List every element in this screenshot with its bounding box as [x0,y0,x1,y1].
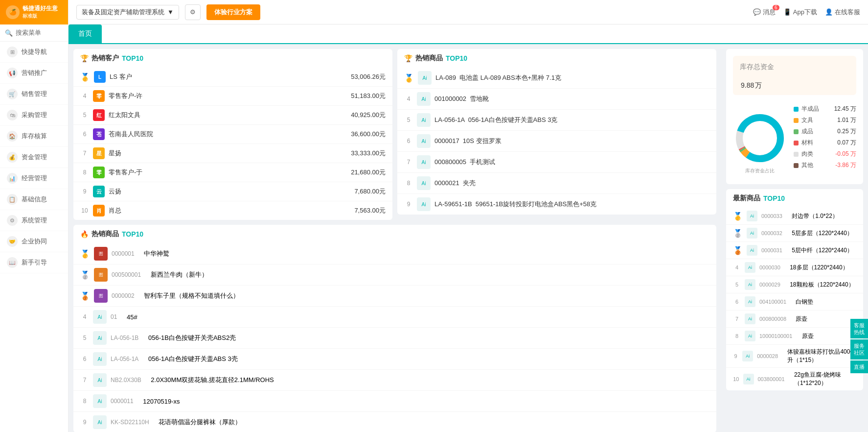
message-btn[interactable]: 💬 消息 6 [753,8,776,17]
sidebar-item-purchase[interactable]: 🛍 采购管理 [0,105,68,126]
customer-amount: 7,563.00元 [354,206,386,215]
sidebar-label: 采购管理 [22,111,47,120]
product-thumb: Ai [745,331,755,341]
product-name: 056-1A白色按键开关盖ABS 3壳 [148,355,238,363]
product-info: 001000002 雪地靴 [434,95,709,103]
inventory-icon: 🏠 [7,131,18,142]
product-info: LA-089 电池盖 LA-089 ABS本色+黑种 7.1克 [435,73,709,82]
sidebar-label: 新手引导 [22,258,47,267]
table-row: 4 零 零售客户-许 51,183.00元 [73,87,392,106]
legend-list: 半成品 12.45 万 文具 1.01 万 成品 0.25 万 [794,105,856,172]
rank-num: 6 [80,356,89,362]
customer-amount: 21,680.00元 [351,168,386,177]
legend-value: 0.25 万 [837,127,856,136]
hot-products-header: 🔥 热销商品 TOP10 [73,225,716,243]
product-name: 056-1A白色按键开关盖ABS 3克 [468,116,558,123]
product-thumb: Ai [93,394,107,408]
direct-service-btn[interactable]: 直播 [850,360,868,373]
list-item: 10 Ai 003800001 22g鱼豆腐-烧烤味（1*12*20） [726,368,863,390]
header-right: 💬 消息 6 📱 App下载 👤 在线客服 [753,8,860,17]
rank-num: 4 [733,264,741,270]
product-code: 0000001 [112,250,135,257]
list-item: 8 Ai 0000021 夹壳 [397,173,716,194]
table-row: 8 零 零售客户-于 21,680.00元 [73,163,392,182]
customer-service-btn[interactable]: 客服热线 [850,319,868,339]
customer-name: 零售客户-于 [109,168,347,177]
sidebar-item-finance[interactable]: 💰 资金管理 [0,147,68,168]
legend-dot [794,129,799,134]
list-item: 🥇 图 0000001 中华神鹫 [73,243,716,264]
online-service-btn[interactable]: 👤 在线客服 [825,8,860,17]
legend-value: -3.86 万 [835,161,856,169]
medal-icon: 🥈 [80,270,90,280]
sidebar-item-base-info[interactable]: 📋 基础信息 [0,189,68,210]
customer-badge: 星 [93,147,105,159]
donut-chart [733,111,787,165]
table-row: 9 云 云扬 7,680.00元 [73,182,392,201]
products-right-top10: TOP10 [446,54,467,62]
legend-value: -0.05 万 [835,150,856,158]
customer-badge: 零 [93,167,105,178]
service-community-btn[interactable]: 服务社区 [850,339,868,360]
chart-container: 库存资金占比 半成品 12.45 万 文具 1.01 万 [733,100,856,177]
product-thumb: Ai [747,228,757,239]
sidebar-item-cooperation[interactable]: 🤝 企业协同 [0,231,68,252]
search-icon: 🔍 [5,29,13,37]
rank-num: 4 [80,93,89,99]
medal-icon: 🥈 [733,229,743,238]
message-badge: 6 [773,5,779,10]
tab-home[interactable]: 首页 [69,24,102,43]
system-selector[interactable]: 装备及固定资产辅助管理系统 ▼ [76,5,179,20]
legend-name: 肉类 [801,150,832,158]
message-icon: 💬 [753,8,761,16]
sidebar-item-inventory[interactable]: 🏠 库存核算 [0,126,68,147]
sidebar-item-system[interactable]: ⚙ 系统管理 [0,210,68,231]
rank-num: 7 [80,377,89,384]
product-thumb: Ai [417,155,431,169]
sidebar-item-quick-nav[interactable]: ⊞ 快捷导航 [0,42,68,63]
products-right-card: 🏆 热销商品 TOP10 🥇 Ai LA-089 电池盖 LA-089 ABS本… [397,49,716,215]
customer-amount: 36,600.00元 [351,130,386,139]
sidebar-item-sales[interactable]: 🛒 销售管理 [0,84,68,105]
product-name: 18颗粒板（1220*2440） [790,281,854,289]
gear-icon: ⚙ [190,8,196,16]
inventory-number: 9.88 [741,81,754,89]
sidebar-item-operations[interactable]: 📊 经营管理 [0,168,68,189]
customer-amount: 33,333.00元 [351,149,386,158]
table-row: 6 苍 苍南县人民医院 36,600.00元 [73,125,392,144]
product-code: 0000002 [112,292,135,299]
gear-button[interactable]: ⚙ [185,4,201,20]
rank-num: 8 [404,180,413,187]
rank-num: 8 [80,169,89,176]
inventory-amount: 9.88万 [740,75,849,91]
list-item: 6 Ai 004100001 白钢垫 [726,293,863,311]
search-menu[interactable]: 🔍 搜索菜单 [0,24,68,42]
customer-amount: 7,680.00元 [354,187,386,196]
rank-num: 9 [733,353,738,359]
legend-name: 文具 [801,116,834,124]
product-code: 0000011 [111,398,134,405]
app-download-btn[interactable]: 📱 App下载 [783,8,817,17]
product-thumb: Ai [93,310,107,324]
product-thumb: Ai [93,331,107,345]
product-name: 59651-1B旋转投影灯电池盒ABS黑色+58克 [476,200,596,208]
sidebar-label: 企业协同 [22,237,47,246]
customers-card-header: 🏆 热销客户 TOP10 [73,49,392,68]
medal-icon: 🥉 [733,246,743,255]
sidebar-item-guide[interactable]: 📖 新手引导 [0,252,68,273]
list-item: 4 Ai 01 45# [73,307,716,328]
product-code: LA-089 [435,74,456,81]
list-item: 6 Ai LA-056-1A 056-1A白色按键开关盖ABS 3壳 [73,349,716,370]
product-code: 000800008 [759,316,786,322]
product-info: 000800005 手机测试 [434,158,709,167]
list-item: 🥉 Ai 0000031 5层中纤（1220*2440） [726,242,863,259]
product-name: 夹壳 [463,179,476,187]
customer-name: 云扬 [109,187,350,196]
list-item: 9 Ai KK-SD22110H 花语萌倡温分腿裤袜（厚款） [73,412,716,432]
logo-sub: 标准版 [23,13,58,20]
product-code: NB2.0X30B [111,377,141,384]
product-thumb: Ai [745,313,755,324]
sidebar-item-marketing[interactable]: 📢 营销推广 [0,63,68,84]
trial-button[interactable]: 体验行业方案 [206,4,260,20]
product-thumb: 图 [94,268,108,282]
